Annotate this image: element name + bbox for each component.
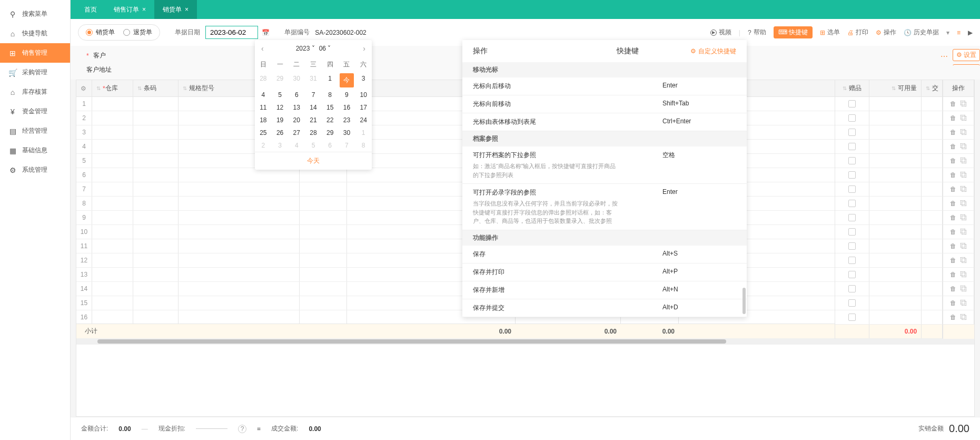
copy-icon[interactable]: ⿻ (961, 100, 967, 107)
checkbox[interactable] (848, 157, 856, 164)
cell[interactable] (179, 182, 300, 196)
cell[interactable] (133, 111, 179, 125)
delete-icon[interactable]: 🗑 (950, 228, 956, 236)
chevron-down-icon[interactable]: ▾ (946, 29, 949, 36)
operate-link[interactable]: ⚙操作 (876, 28, 896, 37)
date-input[interactable] (205, 26, 258, 39)
copy-icon[interactable]: ⿻ (961, 285, 967, 292)
scrollbar-thumb[interactable] (97, 339, 726, 344)
delete-icon[interactable]: 🗑 (950, 100, 956, 107)
cell[interactable] (300, 168, 347, 182)
deliver-cell[interactable] (922, 211, 943, 224)
print-link[interactable]: 🖨打印 (847, 28, 868, 37)
gift-cell[interactable] (835, 282, 869, 296)
copy-icon[interactable]: ⿻ (961, 314, 967, 321)
cal-day[interactable]: 25 (255, 126, 272, 139)
cell[interactable] (133, 268, 179, 281)
cell[interactable] (92, 282, 133, 296)
col-deliver[interactable]: ⇅交 (922, 80, 943, 96)
copy-icon[interactable]: ⿻ (961, 129, 967, 136)
select-link[interactable]: ⊞选单 (820, 28, 840, 37)
deliver-cell[interactable] (922, 253, 943, 267)
cell[interactable] (133, 225, 179, 239)
delete-icon[interactable]: 🗑 (950, 299, 956, 307)
sidebar-item-4[interactable]: ⌂库存核算 (0, 82, 70, 102)
arrow-icon[interactable]: ▶ (968, 29, 973, 36)
cal-day[interactable]: 5 (305, 139, 322, 152)
col-gear[interactable]: ⚙ (76, 80, 92, 96)
deliver-cell[interactable] (922, 225, 943, 239)
cal-day[interactable]: 19 (272, 114, 289, 126)
deliver-cell[interactable] (922, 111, 943, 125)
cal-today-button[interactable]: 今天 (255, 152, 372, 170)
tab-0[interactable]: 首页 (76, 0, 105, 19)
deliver-cell[interactable] (922, 140, 943, 153)
cell[interactable] (179, 239, 300, 253)
cell[interactable] (179, 253, 300, 267)
cell[interactable] (133, 197, 179, 210)
delete-icon[interactable]: 🗑 (950, 214, 956, 221)
gift-cell[interactable] (835, 182, 869, 196)
checkbox[interactable] (848, 114, 856, 122)
tab-2[interactable]: 销货单× (154, 0, 197, 19)
sc-scrollbar[interactable] (743, 61, 746, 314)
cal-day[interactable]: 30 (288, 72, 305, 89)
sidebar-item-8[interactable]: ⚙系统管理 (0, 160, 70, 180)
cell[interactable] (92, 268, 133, 281)
discount-input[interactable] (196, 428, 227, 429)
cell[interactable] (133, 140, 179, 153)
col-gift[interactable]: ⇅赠品 (835, 80, 869, 96)
checkbox[interactable] (848, 257, 856, 264)
delete-icon[interactable]: 🗑 (950, 114, 956, 122)
cell[interactable] (300, 211, 347, 224)
cal-day[interactable]: 29 (272, 72, 289, 89)
cal-day[interactable]: 6 (322, 139, 339, 152)
menu-icon[interactable]: ≡ (957, 29, 961, 36)
history-link[interactable]: 🕓历史单据 (904, 28, 939, 37)
checkbox[interactable] (848, 228, 856, 236)
cal-day[interactable]: 28 (305, 126, 322, 139)
checkbox[interactable] (848, 314, 856, 321)
cell[interactable] (92, 154, 133, 168)
cell[interactable] (179, 197, 300, 210)
gift-cell[interactable] (835, 310, 869, 324)
delete-icon[interactable]: 🗑 (950, 200, 956, 207)
sc-custom-button[interactable]: ⚙自定义快捷键 (690, 47, 736, 56)
cell[interactable] (92, 140, 133, 153)
col-avail[interactable]: ⇅可用量 (869, 80, 922, 96)
delete-icon[interactable]: 🗑 (950, 314, 956, 321)
cell[interactable] (300, 296, 347, 310)
checkbox[interactable] (848, 171, 856, 179)
gift-cell[interactable] (835, 253, 869, 267)
checkbox[interactable] (848, 129, 856, 136)
cal-day[interactable]: 4 (288, 139, 305, 152)
cell[interactable] (133, 97, 179, 111)
copy-icon[interactable]: ⿻ (961, 242, 967, 250)
cal-day[interactable]: 10 (355, 89, 372, 101)
gift-cell[interactable] (835, 97, 869, 111)
help-link[interactable]: ?帮助 (748, 28, 766, 37)
copy-icon[interactable]: ⿻ (961, 157, 967, 164)
cell[interactable] (133, 182, 179, 196)
cal-day[interactable]: 26 (272, 126, 289, 139)
copy-icon[interactable]: ⿻ (961, 228, 967, 236)
cal-day[interactable]: 23 (339, 114, 355, 126)
tab-1[interactable]: 销售订单× (105, 0, 154, 19)
copy-icon[interactable]: ⿻ (961, 257, 967, 264)
cell[interactable] (133, 125, 179, 139)
deliver-cell[interactable] (922, 197, 943, 210)
delete-icon[interactable]: 🗑 (950, 257, 956, 264)
deliver-cell[interactable] (922, 268, 943, 281)
cell[interactable] (179, 282, 300, 296)
cal-day[interactable]: 3 (355, 72, 372, 89)
gift-cell[interactable] (835, 197, 869, 210)
cell[interactable] (133, 168, 179, 182)
deliver-cell[interactable] (922, 282, 943, 296)
sidebar-item-7[interactable]: ▦基础信息 (0, 141, 70, 160)
checkbox[interactable] (848, 143, 856, 150)
deliver-cell[interactable] (922, 154, 943, 168)
deliver-cell[interactable] (922, 310, 943, 324)
cell[interactable] (92, 225, 133, 239)
cal-day[interactable]: 2 (255, 139, 272, 152)
deliver-cell[interactable] (922, 296, 943, 310)
